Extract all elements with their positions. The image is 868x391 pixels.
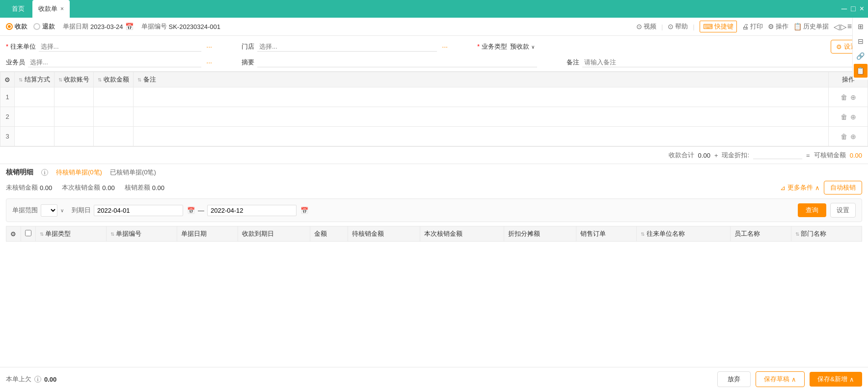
settlement-cell[interactable] — [15, 107, 54, 127]
sidebar-link-icon[interactable]: 🔗 — [854, 49, 868, 63]
sidebar-table-icon[interactable]: ⊞ — [854, 20, 868, 33]
radio-receipt-dot — [6, 23, 13, 30]
salesman-label: 业务员 — [6, 58, 25, 67]
remark-cell[interactable] — [133, 107, 828, 127]
remark-cell[interactable] — [133, 127, 828, 146]
tab-home[interactable]: 首页 — [4, 0, 32, 18]
summary-input[interactable] — [257, 57, 537, 67]
verify-info-icon[interactable]: ℹ — [41, 169, 48, 176]
delete-icon[interactable]: 🗑 — [841, 93, 847, 101]
list-view-btn[interactable]: ≡ — [847, 22, 852, 31]
th-dept: ⇅ 部门名称 — [791, 226, 862, 242]
amount-cell[interactable] — [94, 87, 134, 107]
print-btn[interactable]: 🖨 打印 — [742, 22, 763, 31]
calendar-start-icon[interactable]: 📅 — [187, 207, 195, 214]
save-draft-button[interactable]: 保存草稿 ∧ — [756, 371, 805, 387]
delete-icon[interactable]: 🗑 — [841, 113, 847, 121]
gear-icon: ⚙ — [836, 43, 842, 51]
range-select[interactable] — [41, 204, 57, 217]
maximize-icon[interactable]: □ — [851, 4, 856, 13]
settlement-cell[interactable] — [15, 127, 54, 146]
remark-label: 备注 — [567, 58, 579, 67]
save-new-button[interactable]: 保存&新增 ∧ — [810, 372, 862, 387]
pending-tab-label: 待核销单据 — [56, 168, 88, 176]
close-icon[interactable]: × — [860, 4, 864, 13]
salesman-input[interactable] — [28, 57, 201, 67]
gear-icon[interactable]: ⚙ — [10, 230, 16, 238]
settlement-cell[interactable] — [15, 87, 54, 107]
amount-cell[interactable] — [94, 107, 134, 127]
verify-header: 核销明细 ℹ 待核销单据(0笔) 已核销单据(0笔) — [6, 168, 862, 177]
amount-cell[interactable] — [94, 127, 134, 146]
th-settlement: ⇅ 结算方式 — [15, 72, 54, 87]
th-account-label: 收款账号 — [64, 76, 89, 83]
help-btn[interactable]: ⊙ 帮助 — [668, 22, 688, 31]
chevron-down-icon: ∨ — [60, 208, 64, 213]
video-btn[interactable]: ⊙ 视频 — [636, 22, 656, 31]
minimize-icon[interactable]: ─ — [841, 4, 847, 13]
calendar-icon[interactable]: 📅 — [125, 23, 134, 30]
sort-icon: ⇅ — [137, 77, 141, 83]
video-label: 视频 — [644, 22, 656, 31]
verify-table-wrap: ⚙ ⇅ 单据类型 ⇅ 单据编号 — [6, 226, 862, 363]
discount-input[interactable] — [753, 151, 802, 159]
filter-actions: 查询 设置 — [798, 203, 856, 218]
account-cell[interactable] — [54, 127, 94, 146]
delete-icon[interactable]: 🗑 — [841, 133, 847, 140]
store-more-btn[interactable]: ··· — [442, 43, 448, 51]
business-type-select[interactable]: 预收款 ∨ — [510, 42, 828, 51]
number-value[interactable]: SK-20230324-001 — [169, 23, 221, 30]
current-verify-value: 0.00 — [102, 184, 114, 192]
row-number: 3 — [0, 127, 15, 146]
th-staff-label: 员工名称 — [734, 230, 760, 237]
auto-verify-btn[interactable]: 自动核销 — [824, 181, 862, 195]
copy-icon[interactable]: ⊕ — [850, 133, 856, 140]
calendar-end-icon[interactable]: 📅 — [300, 207, 308, 214]
store-label: 门店 — [242, 42, 254, 51]
more-conditions-btn[interactable]: ⊿ 更多条件 ∧ — [780, 183, 820, 192]
date-value[interactable]: 2023-03-24 — [90, 23, 123, 30]
sort-icon: ⇅ — [98, 77, 102, 83]
radio-refund[interactable]: 退款 — [33, 22, 55, 31]
tab-close-icon[interactable]: × — [60, 5, 64, 12]
salesman-more-btn[interactable]: ··· — [206, 58, 212, 66]
sidebar-expand-icon[interactable]: 📋 — [854, 64, 868, 78]
select-all-checkbox[interactable] — [25, 230, 31, 236]
counterpart-more-btn[interactable]: ··· — [206, 43, 212, 51]
counterpart-input[interactable] — [39, 42, 202, 52]
order-info-icon[interactable]: ℹ — [34, 376, 41, 383]
th-gear[interactable]: ⚙ — [0, 72, 15, 87]
shortcut-btn[interactable]: ⌨ 快捷键 — [700, 21, 737, 32]
date-end-input[interactable] — [207, 205, 297, 216]
date-start-input[interactable] — [94, 205, 183, 216]
copy-icon[interactable]: ⊕ — [850, 93, 856, 101]
tab-current[interactable]: 收款单 × — [32, 0, 70, 18]
th-discount-label: 折扣分摊额 — [508, 230, 540, 237]
filter-icon: ⊿ — [780, 184, 786, 192]
prev-btn[interactable]: ◁ — [834, 22, 840, 31]
query-button[interactable]: 查询 — [798, 203, 826, 217]
radio-group: 收款 退款 — [6, 22, 55, 31]
operate-label: 操作 — [776, 22, 788, 31]
account-cell[interactable] — [54, 107, 94, 127]
remark-field: 备注 — [567, 57, 862, 67]
store-input[interactable] — [257, 42, 437, 52]
copy-icon[interactable]: ⊕ — [850, 113, 856, 121]
order-value: 0.00 — [44, 376, 56, 383]
salesman-field: 业务员 ··· — [6, 57, 212, 67]
done-tab[interactable]: 已核销单据(0笔) — [110, 168, 156, 177]
remark-cell[interactable] — [133, 87, 828, 107]
filter-setting-btn[interactable]: 设置 — [830, 203, 856, 218]
next-btn[interactable]: ▷ — [841, 22, 846, 31]
sidebar-list-icon[interactable]: ⊟ — [854, 34, 868, 48]
radio-receipt[interactable]: 收款 — [6, 22, 27, 31]
pending-tab[interactable]: 待核销单据(0笔) — [56, 168, 102, 177]
operate-btn[interactable]: ⚙ 操作 — [768, 22, 788, 31]
abandon-button[interactable]: 放弃 — [717, 371, 751, 387]
help-icon: ⊙ — [668, 23, 674, 30]
account-cell[interactable] — [54, 87, 94, 107]
remark-input[interactable] — [582, 57, 862, 67]
verify-title: 核销明细 — [6, 168, 33, 177]
history-btn[interactable]: 📋 历史单据 — [793, 22, 829, 31]
form-area: 往来单位 ··· 门店 ··· 业务类型 预收款 ∨ ⚙ 设置 — [0, 36, 868, 72]
